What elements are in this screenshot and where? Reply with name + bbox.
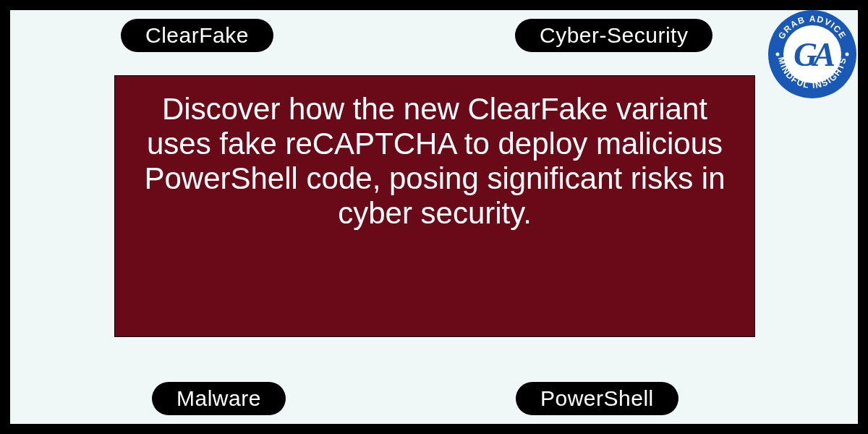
logo-ring: GRAB ADVICE MINDFUL INSIGHTS GA bbox=[768, 10, 856, 98]
svg-point-3 bbox=[846, 53, 849, 56]
content-panel: Discover how the new ClearFake variant u… bbox=[114, 75, 755, 337]
tag-clearfake: ClearFake bbox=[121, 19, 273, 52]
tag-cyber-security: Cyber-Security bbox=[515, 19, 712, 52]
tag-malware: Malware bbox=[152, 382, 286, 415]
tag-label: ClearFake bbox=[145, 23, 249, 48]
main-canvas: ClearFake Cyber-Security Malware PowerSh… bbox=[10, 10, 858, 424]
svg-point-2 bbox=[776, 53, 780, 56]
content-body: Discover how the new ClearFake variant u… bbox=[132, 92, 737, 231]
tag-label: Malware bbox=[176, 386, 261, 411]
outer-frame: ClearFake Cyber-Security Malware PowerSh… bbox=[0, 0, 868, 434]
tag-label: Cyber-Security bbox=[540, 23, 688, 48]
tag-label: PowerShell bbox=[540, 386, 654, 411]
tag-powershell: PowerShell bbox=[516, 382, 678, 415]
logo-monogram: GA bbox=[793, 35, 831, 74]
brand-logo: GRAB ADVICE MINDFUL INSIGHTS GA bbox=[768, 10, 856, 98]
